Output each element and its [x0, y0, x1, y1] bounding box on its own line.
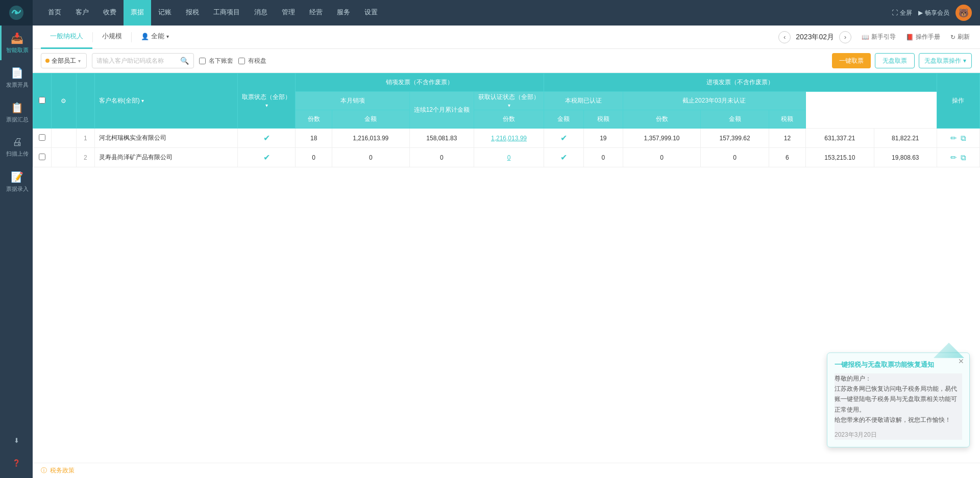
row-client-1: 灵寿县尚泽矿产品有限公司 [94, 148, 238, 167]
main-table: ⚙ 客户名称(全部) ▾ 取票状态（全部） ▾ 销项发票（不含作废票） [33, 73, 980, 167]
date-next-btn[interactable]: › [839, 31, 851, 43]
th-until-date: 截止2023年03月未认证 [623, 92, 806, 110]
th-sales-amount: 金额 [332, 110, 409, 129]
sidebar-bottom: ⬇ ❓ [4, 430, 29, 478]
row-cumulative-0[interactable]: 1,216,013.99 [474, 129, 544, 148]
th-cumulative: 连续12个月累计金额 [409, 92, 474, 129]
sidebar-help-btn[interactable]: ❓ [4, 452, 29, 473]
row-uncert-amount-1: 153,215.10 [805, 148, 874, 167]
nav-settings[interactable]: 设置 [357, 0, 385, 26]
sub-account-filter[interactable]: 名下账套 [199, 57, 233, 65]
sidebar-item-invoice-summary[interactable]: 📋 票据汇总 [0, 95, 33, 130]
popup-close-btn[interactable]: ✕ [958, 357, 964, 365]
notification-popup: ✕ 一键报税与无盘取票功能恢复通知 尊敬的用户： 江苏政务网已恢复访问电子税务局… [827, 353, 970, 447]
nav-invoice[interactable]: 票据 [124, 0, 151, 26]
nav-business[interactable]: 工商项目 [206, 0, 247, 26]
copy-icon-0[interactable]: ⧉ [961, 134, 966, 142]
nav-management[interactable]: 管理 [275, 0, 302, 26]
date-prev-btn[interactable]: ‹ [778, 31, 791, 43]
sidebar-item-smart-fetch[interactable]: 📥 智能取票 [0, 26, 33, 60]
nav-tax[interactable]: 报税 [179, 0, 206, 26]
sidebar-item-invoice-open[interactable]: 📄 发票开具 [0, 60, 33, 95]
sidebar-item-scan-upload[interactable]: 🖨 扫描上传 [0, 130, 33, 164]
svg-point-1 [15, 11, 18, 14]
current-date: 2023年02月 [796, 33, 834, 42]
row-purchase-tax-0: 157,399.62 [700, 129, 769, 148]
subtabs: 一般纳税人 小规模 👤 全能 ▾ ‹ 2023年02月 › 📖 新手引导 [33, 26, 980, 49]
smart-fetch-icon: 📥 [11, 32, 23, 44]
th-sales-count: 份数 [296, 110, 332, 129]
row-cumulative-1[interactable]: 0 [474, 148, 544, 167]
th-purchase-tax: 税额 [583, 110, 623, 129]
row-purchase-tax-1: 0 [700, 148, 769, 167]
no-disk-fetch-btn[interactable]: 无盘取票 [875, 53, 915, 68]
copy-icon-1[interactable]: ⧉ [961, 153, 966, 162]
th-checkbox [33, 73, 52, 129]
nav-home[interactable]: 首页 [41, 0, 68, 26]
topnav-right: ⛶ 全屏 ▶ 畅享会员 🐻 [892, 5, 972, 21]
fetch-ok-icon: ✔ [263, 153, 270, 162]
member-btn[interactable]: ▶ 畅享会员 [918, 9, 949, 17]
filterbar: 全部员工 ▾ 🔍 名下账套 有税盘 一键取票 无盘取票 无盘取票操作 ▾ [33, 49, 980, 73]
search-input[interactable] [96, 57, 178, 64]
subtab-small[interactable]: 小规模 [93, 26, 131, 49]
fullscreen-btn[interactable]: ⛶ 全屏 [892, 9, 912, 17]
avatar[interactable]: 🐻 [955, 5, 972, 21]
row-uncert-tax-0: 81,822.21 [874, 129, 937, 148]
row-settings-0 [52, 129, 77, 148]
edit-icon-1[interactable]: ✏ [950, 153, 957, 162]
row-uncert-amount-0: 631,337.21 [805, 129, 874, 148]
th-uncert-amount: 金额 [700, 110, 769, 129]
th-num [76, 73, 94, 129]
subtab-all[interactable]: 👤 全能 ▾ [132, 26, 178, 49]
employee-chevron-icon: ▾ [78, 58, 81, 64]
row-action-1: ✏ ⧉ [937, 148, 979, 167]
row-purchase-count-0: 19 [583, 129, 623, 148]
row-purchase-amount-1: 0 [623, 148, 701, 167]
sidebar-item-data-entry[interactable]: 📝 票据录入 [0, 164, 33, 199]
refresh-btn[interactable]: ↻ 刷新 [948, 33, 972, 41]
cert-ok-icon: ✔ [560, 134, 567, 142]
nav-service[interactable]: 服务 [330, 0, 357, 26]
subtab-general[interactable]: 一般纳税人 [41, 26, 92, 49]
row-checkbox-1[interactable] [33, 148, 52, 167]
nav-operation[interactable]: 经营 [302, 0, 330, 26]
row-cert-status-1: ✔ [544, 148, 584, 167]
employee-select[interactable]: 全部员工 ▾ [41, 53, 87, 68]
settings-icon[interactable]: ⚙ [61, 97, 66, 105]
row-sales-count-0: 18 [296, 129, 332, 148]
new-guide-btn[interactable]: 📖 新手引导 [860, 33, 898, 41]
no-disk-ops-btn[interactable]: 无盘取票操作 ▾ [919, 53, 972, 68]
row-num-1: 2 [76, 148, 94, 167]
invoice-summary-icon: 📋 [11, 102, 23, 114]
th-sales-group: 销项发票（不含作废票） [296, 73, 544, 92]
cert-filter-icon[interactable]: ▾ [508, 103, 510, 108]
one-click-fetch-btn[interactable]: 一键取票 [832, 53, 871, 68]
manual-btn[interactable]: 📕 操作手册 [904, 33, 942, 41]
nav-bookkeeping[interactable]: 记账 [151, 0, 179, 26]
has-tax-checkbox[interactable] [238, 58, 245, 64]
subtab-small-label: 小规模 [102, 32, 122, 41]
nav-client[interactable]: 客户 [68, 0, 96, 26]
nav-billing[interactable]: 收费 [96, 0, 124, 26]
scan-upload-icon: 🖨 [12, 136, 22, 148]
nav-message[interactable]: 消息 [247, 0, 275, 26]
fetch-filter-icon[interactable]: ▾ [265, 103, 268, 108]
th-cert-status: 获取认证状态（全部） ▾ [474, 92, 544, 110]
row-checkbox-0[interactable] [33, 129, 52, 148]
table-body: 1 河北柯瑞枫实业有限公司 ✔ 18 1,216,013.99 158,081.… [33, 129, 980, 167]
date-nav: ‹ 2023年02月 › [778, 31, 851, 43]
sidebar-logo [0, 0, 33, 26]
select-all-checkbox[interactable] [39, 97, 45, 104]
row-action-0: ✏ ⧉ [937, 129, 979, 148]
table-row: 2 灵寿县尚泽矿产品有限公司 ✔ 0 0 0 0 ✔ 0 0 0 6 153,2… [33, 148, 980, 167]
play-icon: ▶ [918, 9, 923, 16]
edit-icon-0[interactable]: ✏ [950, 134, 957, 142]
filter-icon[interactable]: ▾ [141, 98, 144, 104]
row-settings-1 [52, 148, 77, 167]
has-tax-filter[interactable]: 有税盘 [238, 57, 266, 65]
search-icon[interactable]: 🔍 [180, 57, 189, 65]
sidebar-download-btn[interactable]: ⬇ [4, 430, 29, 450]
sub-account-checkbox[interactable] [199, 58, 206, 64]
bottom-bar[interactable]: ⓘ 税务政策 [33, 463, 980, 478]
